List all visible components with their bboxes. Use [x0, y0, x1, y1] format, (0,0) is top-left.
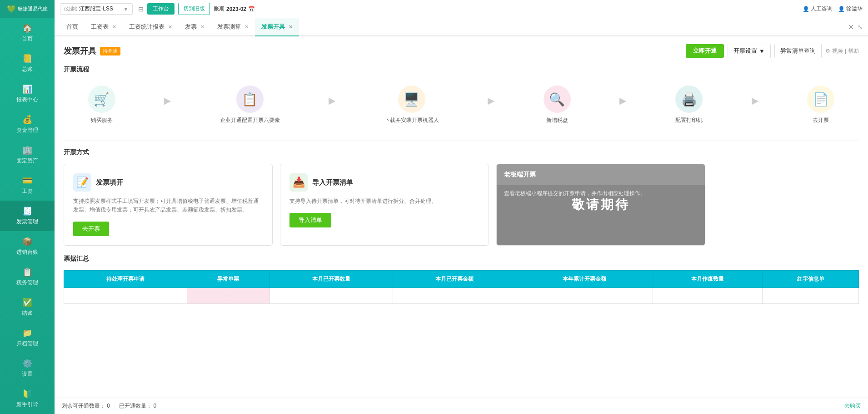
sidebar-item-reports[interactable]: 📊 报表中心 [0, 79, 55, 109]
company-name: 江西服宝-LSS [79, 5, 113, 13]
flow-arrow-4: ▶ [619, 95, 626, 106]
invoice-mgmt-icon: 🧾 [22, 206, 32, 216]
tab-invoice-tool-close[interactable]: ✕ [289, 24, 293, 30]
copy-icon[interactable]: ⊟ [138, 5, 144, 13]
open-settings-button[interactable]: 开票设置 ▼ [728, 44, 771, 58]
flow-printer-icon: 🖨️ [675, 86, 703, 113]
sidebar-item-purchase[interactable]: 📦 进销台账 [0, 231, 55, 262]
sidebar-item-ledger[interactable]: 📒 总账 [0, 48, 55, 79]
period-value: 2023-02 [226, 6, 246, 12]
fill-card-icon: 📝 [73, 173, 91, 192]
flow-buy-label: 购买服务 [91, 116, 113, 124]
divider-v: | [845, 48, 846, 54]
sidebar-item-home-label: 首页 [22, 35, 33, 43]
help-label: 帮助 [848, 47, 859, 55]
company-selector[interactable]: (处劃) 江西服宝-LSS ▼ [60, 3, 133, 15]
summary-section: 票据汇总 待处理开票申请 异常单票 本月已开票数量 本月已开票金额 本年累计开票… [64, 255, 859, 304]
old-panel-overlay: 敬请期待 [497, 164, 705, 245]
sidebar-item-settlement-label: 结账 [22, 309, 33, 317]
sidebar-item-reports-label: 报表中心 [16, 96, 38, 104]
main-area: (处劃) 江西服宝-LSS ▼ ⊟ 工作台 切到旧版 账期 2023-02 📅 … [55, 0, 868, 414]
service-icon: 👤 [803, 6, 809, 12]
status-badge: 待开通 [100, 47, 120, 56]
tab-salary[interactable]: 工资表 ✕ [85, 18, 123, 36]
workspace-button[interactable]: 工作台 [147, 3, 175, 15]
import-card-desc: 支持导入待开票清单，可对待开票清单进行拆分、合并处理。 [289, 197, 479, 206]
flow-step-printer[interactable]: 🖨️ 配置打印机 [675, 86, 703, 124]
sidebar-item-funds[interactable]: 💰 资金管理 [0, 109, 55, 140]
tab-salary-report-close[interactable]: ✕ [168, 24, 172, 30]
sidebar-item-assets[interactable]: 🏢 固定资产 [0, 140, 55, 170]
flow-step-open[interactable]: 📄 去开票 [807, 86, 834, 124]
tab-minimize-icon[interactable]: ✕ [848, 23, 854, 31]
customer-service[interactable]: 👤 人工咨询 [803, 5, 833, 13]
import-card-icon: 📥 [289, 173, 308, 192]
tab-invoice-calc-label: 发票测算 [217, 23, 241, 31]
cell-year-amount: -- [516, 288, 653, 304]
sidebar-item-settlement[interactable]: ✅ 结账 [0, 292, 55, 323]
goto-buy-link[interactable]: 去购买 [844, 403, 861, 409]
payroll-icon: 💳 [22, 176, 32, 186]
tab-restore-icon[interactable]: ⤡ [858, 24, 863, 30]
open-settings-label: 开票设置 [733, 47, 757, 55]
sidebar-item-invoice-mgmt[interactable]: 🧾 发票管理 [0, 201, 55, 231]
sidebar-item-archive[interactable]: 📁 归档管理 [0, 323, 55, 353]
col-header-void-count: 本月作废数量 [653, 271, 763, 288]
tab-invoice-tool[interactable]: 发票开具 ✕ [255, 18, 299, 36]
sidebar-item-tax-label: 税务管理 [16, 279, 38, 287]
flow-config-label: 企业开通配置开票六要素 [220, 116, 280, 124]
user-profile[interactable]: 👤 徐溢华 [838, 5, 863, 13]
cell-month-amount: -- [393, 288, 516, 304]
tab-invoice[interactable]: 发票 ✕ [179, 18, 211, 36]
view-label: 视频 [832, 47, 843, 55]
sidebar-item-tax[interactable]: 📋 税务管理 [0, 262, 55, 292]
old-version-button[interactable]: 切到旧版 [178, 3, 210, 15]
settings-dropdown-icon: ▼ [759, 48, 765, 55]
flow-arrow-1: ▶ [164, 95, 171, 106]
flow-taxdisk-icon: 🔍 [544, 86, 571, 113]
remaining-value: 0 [107, 403, 110, 409]
page-header: 发票开具 待开通 立即开通 开票设置 ▼ 异常清单查询 ⚙ 视频 | 帮助 [64, 44, 859, 58]
flow-step-config[interactable]: 📋 企业开通配置开票六要素 [220, 86, 280, 124]
guide-icon: 🔰 [22, 389, 32, 399]
cell-void-count: -- [653, 288, 763, 304]
fill-card-desc: 支持按照发票样式手工填写开发票；可开具增值税电子普通发票、增值税普通发票、增值税… [73, 197, 263, 214]
cell-red-note: -- [763, 288, 859, 304]
col-header-pending: 待处理开票申请 [64, 271, 187, 288]
reports-icon: 📊 [22, 84, 32, 94]
tab-close-area: ✕ ⤡ [848, 23, 863, 31]
import-list-button[interactable]: 导入清单 [289, 213, 331, 227]
tax-icon: 📋 [22, 267, 32, 277]
abnormal-query-button[interactable]: 异常清单查询 [774, 44, 822, 58]
tab-invoice-close[interactable]: ✕ [200, 24, 205, 30]
calendar-icon[interactable]: 📅 [248, 6, 255, 12]
immediate-open-button[interactable]: 立即开通 [686, 44, 724, 58]
import-card-header: 📥 导入开票清单 [289, 173, 479, 192]
fill-card-title: 发票填开 [96, 178, 123, 187]
flow-download-icon: 🖥️ [398, 86, 425, 113]
flow-arrow-5: ▶ [752, 95, 758, 106]
page-actions: 立即开通 开票设置 ▼ 异常清单查询 ⚙ 视频 | 帮助 [686, 44, 859, 58]
tab-salary-close[interactable]: ✕ [112, 24, 116, 30]
flow-step-download[interactable]: 🖥️ 下载并安装开票机器人 [384, 86, 439, 124]
sidebar-item-home[interactable]: 🏠 首页 [0, 18, 55, 48]
sidebar-item-guide[interactable]: 🔰 新手引导 [0, 384, 55, 414]
sidebar-item-assets-label: 固定资产 [16, 157, 38, 165]
ledger-icon: 📒 [22, 54, 32, 64]
top-header: (处劃) 江西服宝-LSS ▼ ⊟ 工作台 切到旧版 账期 2023-02 📅 … [55, 0, 868, 18]
tab-salary-report[interactable]: 工资统计报表 ✕ [123, 18, 179, 36]
sidebar-item-settings[interactable]: ⚙️ 设置 [0, 353, 55, 384]
flow-download-label: 下载并安装开票机器人 [384, 116, 439, 124]
sidebar: 💚 畅捷通易代账 🏠 首页 📒 总账 📊 报表中心 💰 资金管理 🏢 固定资产 … [0, 0, 55, 414]
tab-invoice-calc-close[interactable]: ✕ [244, 24, 249, 30]
divider-1 [64, 141, 859, 141]
tab-invoice-calc[interactable]: 发票测算 ✕ [211, 18, 255, 36]
go-open-invoice-button[interactable]: 去开票 [73, 222, 109, 236]
flow-step-taxdisk[interactable]: 🔍 新增税盘 [544, 86, 571, 124]
flow-config-icon: 📋 [236, 86, 264, 113]
flow-step-buy[interactable]: 🛒 购买服务 [88, 86, 115, 124]
sidebar-item-payroll[interactable]: 💳 工资 [0, 170, 55, 201]
tab-home[interactable]: 首页 [60, 18, 85, 36]
user-avatar-icon: 👤 [838, 6, 845, 12]
flow-printer-label: 配置打印机 [675, 116, 703, 124]
